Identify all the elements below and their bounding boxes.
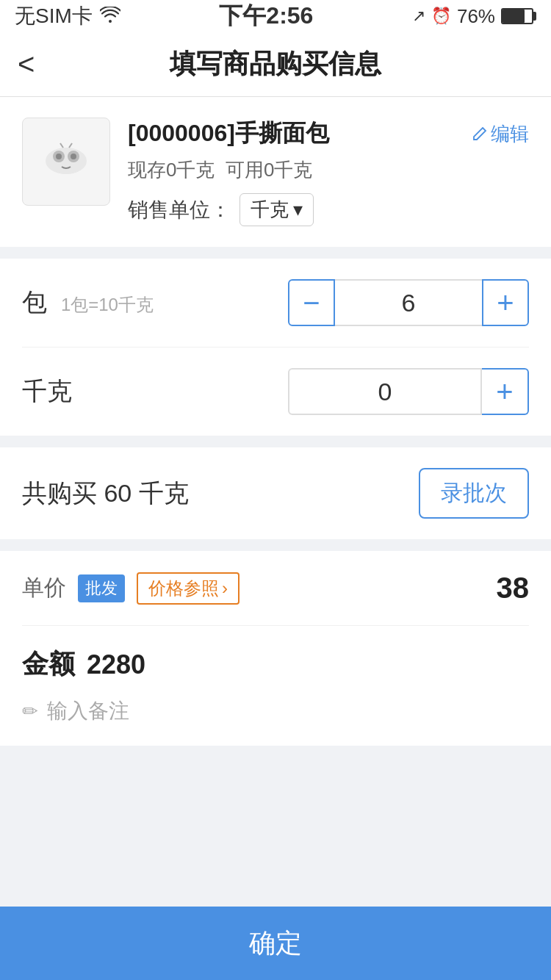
edit-button[interactable]: 编辑 <box>472 121 529 147</box>
bao-increment-button[interactable]: + <box>482 279 529 326</box>
product-thumbnail <box>22 118 110 206</box>
back-button[interactable]: < <box>18 48 35 81</box>
bao-decrement-button[interactable]: − <box>288 279 335 326</box>
page-title: 填写商品购买信息 <box>170 46 381 82</box>
status-bar: 无SIM卡 下午2:56 ↗ ⏰ 76% <box>0 0 551 32</box>
status-time: 下午2:56 <box>219 0 313 32</box>
bao-hint: 1包=10千克 <box>61 295 154 314</box>
battery-icon <box>501 8 536 24</box>
batch-button[interactable]: 录批次 <box>419 468 529 519</box>
edit-label: 编辑 <box>491 121 529 147</box>
unit-value: 千克 <box>251 197 289 223</box>
product-stock: 现存0千克 可用0千克 <box>128 157 529 183</box>
status-right: ↗ ⏰ 76% <box>412 5 536 28</box>
price-value: 38 <box>497 572 530 605</box>
total-unit: 千克 <box>139 479 189 507</box>
price-section: 单价 批发 价格参照 › 38 <box>0 551 551 626</box>
total-row: 共购买 60 千克 录批次 <box>0 447 551 539</box>
bao-qty-input[interactable] <box>335 279 482 326</box>
kg-increment-button[interactable]: + <box>482 368 529 415</box>
location-icon: ↗ <box>412 7 425 26</box>
carrier-label: 无SIM卡 <box>15 2 93 30</box>
dropdown-icon: ▾ <box>293 198 303 221</box>
svg-point-4 <box>71 154 76 159</box>
total-label: 共购买 <box>22 479 97 507</box>
remark-row[interactable]: ✏ 输入备注 <box>22 697 529 725</box>
svg-point-0 <box>46 148 87 174</box>
product-logo-icon <box>43 140 90 184</box>
amount-section: 金额 2280 ✏ 输入备注 <box>0 626 551 746</box>
product-full-name: [0000006]手撕面包 <box>128 118 329 150</box>
alarm-icon: ⏰ <box>431 7 451 26</box>
price-ref-button[interactable]: 价格参照 › <box>137 572 240 605</box>
remark-placeholder: 输入备注 <box>47 697 129 725</box>
pifa-tag: 批发 <box>78 574 125 602</box>
battery-percent: 76% <box>457 5 495 28</box>
unit-row: 销售单位： 千克 ▾ <box>128 193 529 226</box>
confirm-button-label: 确定 <box>249 926 302 962</box>
confirm-bar[interactable]: 确定 <box>0 907 551 980</box>
price-row: 单价 批发 价格参照 › 38 <box>22 572 529 626</box>
total-text: 共购买 60 千克 <box>22 477 189 511</box>
total-value: 60 <box>104 479 132 507</box>
status-left: 无SIM卡 <box>15 2 120 30</box>
kg-quantity-row: 千克 + <box>22 347 529 436</box>
amount-value: 2280 <box>87 649 145 680</box>
bao-quantity-row: 包 1包=10千克 − + <box>22 259 529 347</box>
unit-select[interactable]: 千克 ▾ <box>240 193 314 226</box>
pencil-icon: ✏ <box>22 700 38 723</box>
wifi-icon <box>100 4 120 28</box>
price-label: 单价 <box>22 573 66 603</box>
bao-label-group: 包 1包=10千克 <box>22 286 154 320</box>
product-info: [0000006]手撕面包 编辑 现存0千克 可用0千克 销售单位： 千克 ▾ <box>128 118 529 226</box>
bao-label: 包 <box>22 288 47 316</box>
product-name-row: [0000006]手撕面包 编辑 <box>128 118 529 150</box>
bao-qty-control: − + <box>288 279 529 326</box>
price-ref-arrow: › <box>222 578 228 599</box>
unit-label: 销售单位： <box>128 196 231 224</box>
amount-row: 金额 2280 <box>22 646 529 682</box>
amount-label: 金额 <box>22 646 75 682</box>
price-ref-label: 价格参照 <box>148 577 219 600</box>
svg-point-3 <box>56 154 62 159</box>
kg-qty-input[interactable] <box>288 368 482 415</box>
nav-bar: < 填写商品购买信息 <box>0 32 551 97</box>
kg-label: 千克 <box>22 375 72 408</box>
quantity-section: 包 1包=10千克 − + 千克 + <box>0 259 551 436</box>
kg-qty-control: + <box>288 368 529 415</box>
product-card: [0000006]手撕面包 编辑 现存0千克 可用0千克 销售单位： 千克 ▾ <box>0 97 551 247</box>
